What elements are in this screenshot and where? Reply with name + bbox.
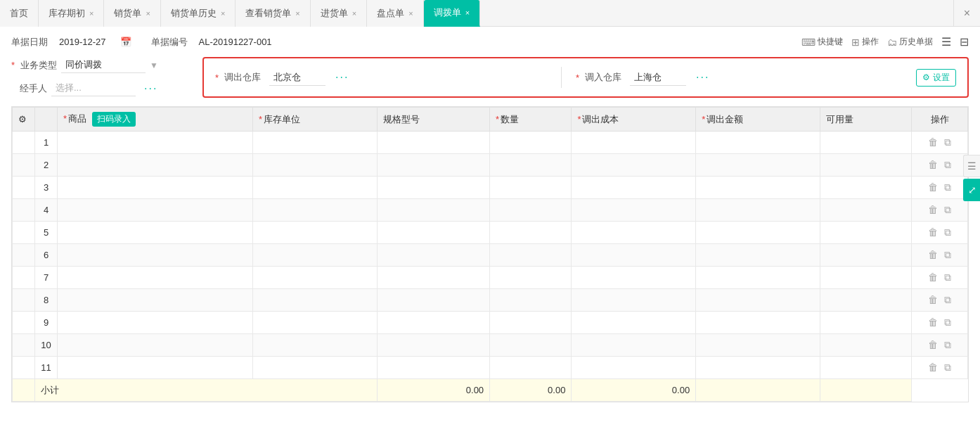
tab-close-view-sales[interactable]: × bbox=[295, 9, 299, 18]
operations-btn[interactable]: ⊞ 操作 bbox=[851, 36, 879, 48]
copy-icon-6[interactable]: ⧉ bbox=[944, 249, 951, 261]
th-settings[interactable]: ⚙ bbox=[13, 108, 35, 132]
delete-icon-2[interactable]: 🗑 bbox=[928, 159, 938, 170]
row-unit-4[interactable] bbox=[253, 199, 378, 222]
tab-transfer[interactable]: 调拨单 × bbox=[424, 0, 480, 27]
row-qty-8[interactable] bbox=[490, 289, 572, 312]
row-product-6[interactable] bbox=[58, 244, 253, 267]
row-spec-6[interactable] bbox=[377, 244, 489, 267]
copy-icon-4[interactable]: ⧉ bbox=[944, 204, 951, 216]
row-spec-1[interactable] bbox=[377, 132, 489, 154]
tab-close-sales-history[interactable]: × bbox=[221, 9, 225, 18]
business-type-value[interactable]: 同价调拨 bbox=[61, 57, 146, 73]
out-warehouse-more-btn[interactable]: ··· bbox=[335, 71, 349, 84]
row-product-2[interactable] bbox=[58, 154, 253, 177]
row-amount-6[interactable] bbox=[696, 244, 820, 267]
row-cost-8[interactable] bbox=[572, 289, 696, 312]
row-spec-5[interactable] bbox=[377, 222, 489, 244]
delete-icon-7[interactable]: 🗑 bbox=[928, 272, 938, 283]
row-unit-11[interactable] bbox=[253, 357, 378, 379]
row-product-10[interactable] bbox=[58, 334, 253, 357]
list-view-btn[interactable]: ☰ bbox=[941, 35, 951, 49]
scan-barcode-btn[interactable]: 扫码录入 bbox=[92, 112, 136, 127]
delete-icon-8[interactable]: 🗑 bbox=[928, 294, 938, 305]
delete-icon-10[interactable]: 🗑 bbox=[928, 339, 938, 350]
delete-icon-4[interactable]: 🗑 bbox=[928, 204, 938, 215]
row-unit-3[interactable] bbox=[253, 177, 378, 199]
tab-inventory-check[interactable]: 盘点单 × bbox=[367, 0, 423, 27]
business-type-dropdown-icon[interactable]: ▼ bbox=[150, 60, 158, 70]
tab-close-transfer[interactable]: × bbox=[465, 8, 470, 17]
tab-inventory-init[interactable]: 库存期初 × bbox=[39, 0, 104, 27]
table-settings-icon[interactable]: ⚙ bbox=[18, 114, 27, 125]
row-product-9[interactable] bbox=[58, 312, 253, 334]
delete-icon-6[interactable]: 🗑 bbox=[928, 249, 938, 260]
row-amount-11[interactable] bbox=[696, 357, 820, 379]
tab-sales-order[interactable]: 销货单 × bbox=[104, 0, 160, 27]
row-qty-11[interactable] bbox=[490, 357, 572, 379]
row-product-1[interactable] bbox=[58, 132, 253, 154]
row-spec-8[interactable] bbox=[377, 289, 489, 312]
delete-icon-5[interactable]: 🗑 bbox=[928, 227, 938, 238]
copy-icon-1[interactable]: ⧉ bbox=[944, 136, 951, 148]
copy-icon-11[interactable]: ⧉ bbox=[944, 362, 951, 374]
tab-close-purchase[interactable]: × bbox=[352, 9, 356, 18]
row-cost-1[interactable] bbox=[572, 132, 696, 154]
row-amount-3[interactable] bbox=[696, 177, 820, 199]
tab-purchase[interactable]: 进货单 × bbox=[311, 0, 367, 27]
grid-view-btn[interactable]: ⊟ bbox=[960, 35, 969, 49]
row-cost-11[interactable] bbox=[572, 357, 696, 379]
row-unit-6[interactable] bbox=[253, 244, 378, 267]
row-amount-1[interactable] bbox=[696, 132, 820, 154]
history-btn[interactable]: 🗂 历史单据 bbox=[887, 36, 933, 48]
tab-home[interactable]: 首页 bbox=[0, 0, 39, 27]
doc-date-value[interactable]: 2019-12-27 bbox=[59, 37, 106, 47]
row-spec-10[interactable] bbox=[377, 334, 489, 357]
delete-icon-1[interactable]: 🗑 bbox=[928, 136, 938, 148]
row-amount-10[interactable] bbox=[696, 334, 820, 357]
row-spec-3[interactable] bbox=[377, 177, 489, 199]
row-cost-3[interactable] bbox=[572, 177, 696, 199]
row-unit-9[interactable] bbox=[253, 312, 378, 334]
row-qty-10[interactable] bbox=[490, 334, 572, 357]
row-cost-2[interactable] bbox=[572, 154, 696, 177]
row-amount-7[interactable] bbox=[696, 267, 820, 289]
row-amount-2[interactable] bbox=[696, 154, 820, 177]
copy-icon-9[interactable]: ⧉ bbox=[944, 317, 951, 329]
out-warehouse-value[interactable]: 北京仓 bbox=[269, 70, 325, 86]
shortcut-btn[interactable]: ⌨ 快捷键 bbox=[801, 36, 843, 48]
tab-close-sales-order[interactable]: × bbox=[146, 9, 150, 18]
row-unit-10[interactable] bbox=[253, 334, 378, 357]
handler-more-btn[interactable]: ··· bbox=[144, 82, 157, 95]
row-cost-5[interactable] bbox=[572, 222, 696, 244]
row-unit-8[interactable] bbox=[253, 289, 378, 312]
row-product-7[interactable] bbox=[58, 267, 253, 289]
row-amount-9[interactable] bbox=[696, 312, 820, 334]
row-qty-1[interactable] bbox=[490, 132, 572, 154]
row-product-8[interactable] bbox=[58, 289, 253, 312]
row-amount-8[interactable] bbox=[696, 289, 820, 312]
row-spec-7[interactable] bbox=[377, 267, 489, 289]
row-cost-7[interactable] bbox=[572, 267, 696, 289]
delete-icon-3[interactable]: 🗑 bbox=[928, 181, 938, 193]
row-cost-6[interactable] bbox=[572, 244, 696, 267]
row-product-11[interactable] bbox=[58, 357, 253, 379]
row-cost-9[interactable] bbox=[572, 312, 696, 334]
row-spec-9[interactable] bbox=[377, 312, 489, 334]
row-unit-7[interactable] bbox=[253, 267, 378, 289]
row-cost-4[interactable] bbox=[572, 199, 696, 222]
delete-icon-11[interactable]: 🗑 bbox=[928, 362, 938, 373]
tab-sales-history[interactable]: 销货单历史 × bbox=[161, 0, 236, 27]
row-qty-2[interactable] bbox=[490, 154, 572, 177]
calendar-icon[interactable]: 📅 bbox=[120, 37, 131, 48]
window-close-button[interactable]: × bbox=[953, 0, 980, 27]
row-amount-4[interactable] bbox=[696, 199, 820, 222]
in-warehouse-more-btn[interactable]: ··· bbox=[696, 71, 709, 84]
row-spec-4[interactable] bbox=[377, 199, 489, 222]
tab-view-sales[interactable]: 查看销货单 × bbox=[236, 0, 310, 27]
float-list-btn[interactable]: ☰ bbox=[963, 155, 980, 177]
row-qty-6[interactable] bbox=[490, 244, 572, 267]
copy-icon-7[interactable]: ⧉ bbox=[944, 272, 951, 283]
row-qty-4[interactable] bbox=[490, 199, 572, 222]
row-unit-1[interactable] bbox=[253, 132, 378, 154]
